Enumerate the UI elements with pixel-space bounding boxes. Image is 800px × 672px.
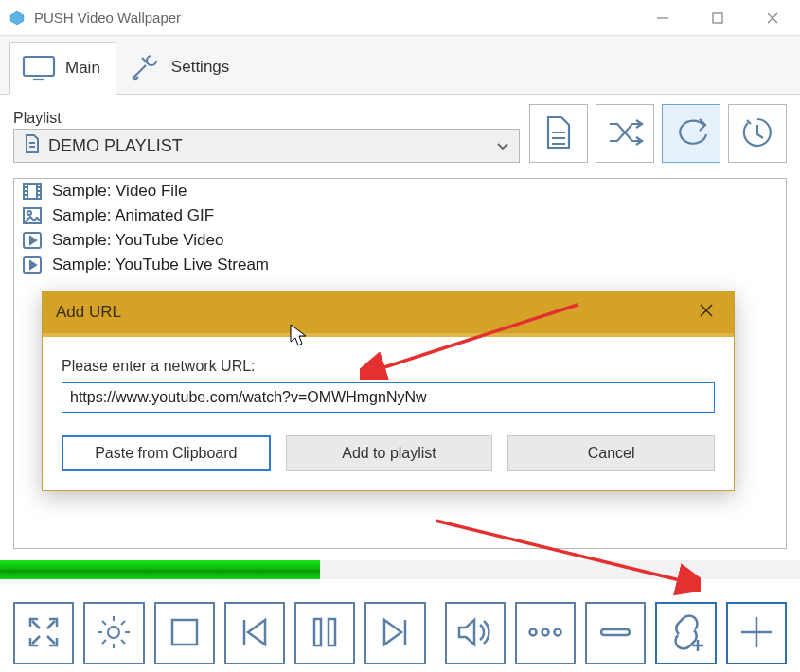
fullscreen-button[interactable] [13,602,74,664]
stop-button[interactable] [154,602,215,664]
remove-icon [597,626,633,642]
window-title: PUSH Video Wallpaper [34,9,635,26]
link-add-icon [666,611,707,656]
list-item-label: Sample: Animated GIF [52,206,214,225]
list-item[interactable]: Sample: YouTube Live Stream [14,253,786,277]
file-icon [24,133,41,159]
prev-icon [237,614,273,653]
chevron-down-icon [496,136,509,156]
list-item-label: Sample: Video File [52,182,187,201]
timer-button[interactable] [728,104,787,163]
title-bar: PUSH Video Wallpaper [0,0,800,36]
tab-main-label: Main [65,59,100,78]
svg-rect-20 [172,620,197,645]
dialog-title-bar: Add URL [43,292,734,337]
cancel-button[interactable]: Cancel [507,435,715,471]
tab-settings[interactable]: Settings [116,41,244,94]
paste-label: Paste from Clipboard [95,445,237,462]
remove-button[interactable] [585,602,646,664]
progress-track[interactable] [0,560,800,579]
film-icon [22,181,43,202]
volume-button[interactable] [445,602,506,664]
add-button[interactable] [726,602,787,664]
window-controls [635,0,800,35]
playlist-selected: DEMO PLAYLIST [48,136,183,156]
bottom-toolbar [0,602,800,664]
paste-clipboard-button[interactable]: Paste from Clipboard [62,435,271,471]
svg-point-25 [529,628,536,635]
tools-icon [128,53,162,81]
play-icon [22,255,43,275]
playlist-section: Playlist DEMO PLAYLIST [0,95,800,168]
more-icon [526,626,564,642]
minimize-button[interactable] [635,0,690,35]
play-icon [22,230,43,251]
dialog-title: Add URL [56,303,121,322]
dialog-close-button[interactable] [692,298,720,327]
shuffle-icon [606,116,644,151]
more-button[interactable] [515,602,576,664]
svg-point-26 [542,628,548,635]
maximize-button[interactable] [690,0,745,35]
image-icon [22,205,43,226]
document-icon [542,114,575,154]
loop-button[interactable] [662,104,720,163]
monitor-icon [22,54,56,82]
settings-button[interactable] [83,602,144,664]
add-url-button[interactable] [655,602,716,664]
close-button[interactable] [745,0,800,35]
svg-point-16 [27,211,31,215]
list-item[interactable]: Sample: Video File [14,179,786,203]
next-icon [377,614,413,653]
tab-main[interactable]: Main [9,42,116,95]
loop-icon [671,115,711,152]
shuffle-button[interactable] [596,104,654,163]
tab-settings-label: Settings [171,58,229,77]
stop-icon [169,616,201,651]
timer-icon [738,114,776,154]
list-item[interactable]: Sample: YouTube Video [14,228,786,253]
next-button[interactable] [364,602,425,664]
prev-button[interactable] [224,602,285,664]
list-item-label: Sample: YouTube Video [52,231,223,250]
dialog-prompt: Please enter a network URL: [62,358,715,375]
pause-icon [310,615,340,652]
app-icon [8,9,27,27]
add-url-dialog: Add URL Please enter a network URL: Past… [42,291,735,491]
svg-rect-1 [713,13,722,23]
list-item[interactable]: Sample: Animated GIF [14,203,786,228]
add-to-playlist-button[interactable]: Add to playlist [286,435,493,471]
svg-rect-4 [24,57,54,76]
svg-rect-28 [601,629,630,635]
volume-icon [455,615,495,652]
svg-rect-23 [329,619,335,645]
playlist-new-button[interactable] [529,104,588,163]
playlist-label: Playlist [13,110,520,127]
close-icon [699,303,714,323]
playlist-select[interactable]: DEMO PLAYLIST [13,129,520,163]
gear-icon [94,612,133,655]
tab-bar: Main Settings [0,36,800,95]
svg-point-27 [554,628,560,635]
fullscreen-icon [25,613,62,654]
progress-fill [0,560,320,579]
svg-point-19 [108,627,119,638]
pause-button[interactable] [294,602,355,664]
add-label: Add to playlist [342,445,436,462]
url-input[interactable] [62,382,715,413]
cancel-label: Cancel [588,445,635,462]
list-item-label: Sample: YouTube Live Stream [52,256,269,274]
svg-rect-22 [314,619,321,645]
plus-icon [737,612,776,655]
